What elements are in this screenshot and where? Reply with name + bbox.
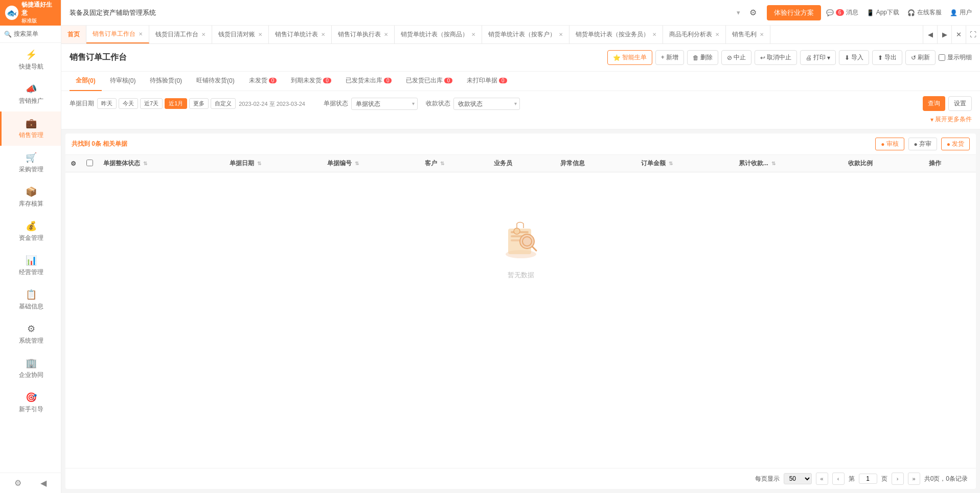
ship-button[interactable]: ● 发货	[941, 138, 970, 150]
guide-icon: 🎯	[26, 392, 37, 403]
page-size-select[interactable]: 50 10 20 100	[784, 473, 812, 484]
tab-sales-stats-product[interactable]: 销货单统计表（按商品） ✕	[395, 26, 482, 43]
cancel-stop-button[interactable]: ↩ 取消中止	[755, 50, 797, 65]
tab-close-icon[interactable]: ✕	[139, 31, 143, 37]
tab-sales-workbench[interactable]: 销售订单工作台 ✕	[86, 26, 149, 43]
col-settings-icon[interactable]: ⚙	[71, 160, 76, 167]
tab-sales-gross[interactable]: 销售毛利 ✕	[726, 26, 770, 43]
sub-tab-shipped-warehoused[interactable]: 已发货已出库0	[400, 72, 459, 91]
dropdown-arrow-icon[interactable]: ▾	[737, 9, 740, 16]
tab-label: 销货单统计表（按业务员）	[576, 30, 649, 39]
tab-next-button[interactable]: ▶	[937, 26, 951, 44]
stop-button[interactable]: ⊘ 中止	[721, 50, 751, 65]
sub-tab-shipped-not-warehoused[interactable]: 已发货未出库0	[339, 72, 398, 91]
sidebar-item-operation[interactable]: 📊 经营管理	[0, 249, 61, 283]
payment-select[interactable]: 收款状态	[453, 98, 520, 110]
tab-close-icon[interactable]: ✕	[201, 32, 206, 37]
query-button[interactable]: 查询	[923, 96, 945, 111]
sort-icon[interactable]: ⇅	[669, 161, 673, 166]
date-btn-1month[interactable]: 近1月	[165, 98, 187, 109]
tab-cash-daily[interactable]: 钱货日清工作台 ✕	[149, 26, 212, 43]
online-service-button[interactable]: 🎧 在线客服	[907, 8, 942, 17]
filter-row-1: 单据日期 昨天 今天 近7天 近1月 更多 自定义 2023-02-24 至 2…	[70, 96, 972, 111]
settings-button[interactable]: 设置	[948, 96, 972, 111]
sidebar-item-purchase[interactable]: 🛒 采购管理	[0, 146, 61, 180]
smart-create-button[interactable]: ⭐ 智能生单	[607, 50, 652, 65]
tab-close-icon[interactable]: ✕	[321, 32, 325, 37]
show-detail-checkbox[interactable]: 显示明细	[939, 53, 972, 62]
tab-sales-exec[interactable]: 销售订单执行表 ✕	[332, 26, 395, 43]
user-button[interactable]: 👤 用户	[950, 8, 972, 17]
tab-close-icon[interactable]: ✕	[760, 32, 764, 37]
settings-icon[interactable]: ⚙	[749, 8, 757, 17]
date-btn-today[interactable]: 今天	[119, 98, 138, 109]
sort-icon[interactable]: ⇅	[257, 161, 261, 166]
tab-close-icon[interactable]: ✕	[652, 32, 656, 37]
sidebar-item-marketing[interactable]: 📣 营销推广	[0, 77, 61, 111]
review-button[interactable]: ● 审核	[875, 138, 904, 150]
tab-cash-reconcile[interactable]: 钱货日清对账 ✕	[212, 26, 269, 43]
sidebar-search[interactable]: 🔍 搜索菜单	[0, 26, 61, 43]
sub-tab-pending-inspect[interactable]: 待拣验货(0)	[144, 72, 188, 91]
prev-page-button[interactable]: ‹	[832, 473, 845, 485]
quick-nav-icon: ⚡	[26, 49, 37, 60]
sidebar-item-inventory[interactable]: 📦 库存核算	[0, 180, 61, 214]
sidebar-item-quick-nav[interactable]: ⚡ 快捷导航	[0, 43, 61, 77]
tab-close-icon[interactable]: ✕	[559, 32, 563, 37]
tab-sales-stats-customer[interactable]: 销货单统计表（按客户） ✕	[482, 26, 569, 43]
sort-icon[interactable]: ⇅	[143, 161, 147, 166]
print-button[interactable]: 🖨 打印 ▾	[800, 50, 836, 65]
tab-prev-button[interactable]: ◀	[923, 26, 937, 44]
collapse-icon[interactable]: ◀	[40, 478, 47, 488]
sidebar-item-system[interactable]: ⚙ 系统管理	[0, 317, 61, 351]
tab-product-margin[interactable]: 商品毛利分析表 ✕	[663, 26, 726, 43]
tab-home[interactable]: 首页	[61, 26, 86, 43]
sub-tab-not-shipped[interactable]: 未发货0	[243, 72, 283, 91]
new-button[interactable]: + 新增	[655, 50, 684, 65]
date-btn-more[interactable]: 更多	[189, 98, 209, 109]
tab-sales-stats[interactable]: 销售订单统计表 ✕	[269, 26, 332, 43]
unreview-button[interactable]: ● 弃审	[908, 138, 937, 150]
tab-close-icon[interactable]: ✕	[384, 32, 388, 37]
tab-close-icon[interactable]: ✕	[715, 32, 719, 37]
settings-icon[interactable]: ⚙	[14, 478, 21, 488]
tab-close-icon[interactable]: ✕	[258, 32, 262, 37]
tab-close-all-button[interactable]: ✕	[951, 26, 966, 44]
col-checkbox[interactable]	[81, 155, 98, 172]
sub-tab-all[interactable]: 全部(0)	[70, 72, 102, 91]
col-settings[interactable]: ⚙	[65, 155, 81, 172]
sub-tab-overdue-not-shipped[interactable]: 到期未发货0	[285, 72, 337, 91]
tab-sales-stats-staff[interactable]: 销货单统计表（按业务员） ✕	[569, 26, 663, 43]
tab-fullscreen-button[interactable]: ⛶	[966, 26, 980, 44]
sort-icon[interactable]: ⇅	[771, 161, 776, 166]
message-button[interactable]: 💬 6 消息	[826, 8, 858, 17]
sidebar-item-finance[interactable]: 💰 资金管理	[0, 214, 61, 249]
sort-icon[interactable]: ⇅	[355, 161, 359, 166]
delete-button[interactable]: 🗑 删除	[687, 50, 718, 65]
first-page-button[interactable]: «	[816, 473, 828, 485]
date-btn-7days[interactable]: 近7天	[140, 98, 163, 109]
app-download-button[interactable]: 📱 App下载	[867, 8, 899, 17]
tab-close-icon[interactable]: ✕	[471, 32, 475, 37]
online-service-label: 在线客服	[917, 8, 942, 17]
sub-tab-not-printed[interactable]: 未打印单据0	[461, 72, 513, 91]
sidebar-item-guide[interactable]: 🎯 新手引导	[0, 386, 61, 420]
sidebar-item-corp[interactable]: 🏢 企业协同	[0, 351, 61, 386]
sub-tab-wangpu-pending[interactable]: 旺铺待发货(0)	[190, 72, 241, 91]
select-all-checkbox[interactable]	[86, 160, 93, 166]
date-btn-custom[interactable]: 自定义	[211, 98, 236, 109]
import-button[interactable]: ⬇ 导入	[839, 50, 869, 65]
expand-conditions-button[interactable]: ▾ 展开更多条件	[930, 115, 972, 124]
export-button[interactable]: ⬆ 导出	[872, 50, 902, 65]
industry-solution-button[interactable]: 体验行业方案	[767, 5, 821, 20]
next-page-button[interactable]: ›	[892, 473, 904, 485]
sort-icon[interactable]: ⇅	[440, 161, 444, 166]
last-page-button[interactable]: »	[908, 473, 920, 485]
sub-tab-pending-review[interactable]: 待审核(0)	[104, 72, 142, 91]
refresh-button[interactable]: ↺ 刷新	[905, 50, 936, 65]
status-select[interactable]: 单据状态	[351, 98, 418, 110]
sidebar-item-base[interactable]: 📋 基础信息	[0, 283, 61, 317]
sidebar-item-sales[interactable]: 💼 销售管理	[0, 111, 61, 146]
page-input[interactable]	[859, 474, 877, 484]
date-btn-yesterday[interactable]: 昨天	[97, 98, 117, 109]
